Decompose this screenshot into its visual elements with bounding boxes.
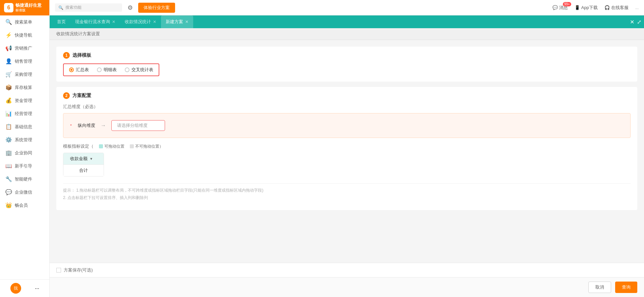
metrics-table: 收款金额 ▾ 合计 (63, 153, 104, 177)
sidebar-item-system[interactable]: ⚙️ 系统管理 (0, 133, 49, 146)
support-item[interactable]: 🎧 在线客服 (604, 5, 629, 11)
draggable-text: 可拖动位置 (104, 144, 124, 149)
sidebar-item-label: 新手引导 (15, 163, 32, 169)
sidebar-bottom: 我 ⋯ (0, 279, 49, 297)
sidebar-item-hardware[interactable]: 🔧 智能硬件 (0, 172, 49, 186)
logo-icon: 6 (4, 3, 13, 12)
close-icon[interactable]: ✕ (185, 19, 189, 24)
radio-circle-detail (97, 67, 102, 72)
radio-detail[interactable]: 明细表 (97, 67, 117, 73)
metrics-header-row: 收款金额 ▾ (63, 153, 104, 165)
tab-home[interactable]: 首页 (52, 15, 70, 28)
sidebar-item-label: 采购管理 (15, 71, 32, 78)
hint-area: 提示： 1.拖动标题栏可以调整布局，不可跨维度或指标区域拖动栏目字段(只能在同一… (63, 183, 631, 205)
sidebar-item-label: 销售管理 (15, 58, 32, 64)
dimension-area: * 纵向维度 → 请选择分组维度 (63, 113, 631, 138)
content-area: 收款情况统计方案设置 1 选择模板 汇总表 明细表 (50, 28, 644, 297)
metrics-col-label: 收款金额 (70, 156, 88, 162)
sidebar: 6 畅捷通好生意 标准版 🔍 搜索菜单 ⚡ 快捷导航 📢 营销推广 👤 销售管理… (0, 0, 50, 297)
page-footer: 方案保存(可选) (50, 263, 644, 277)
download-item[interactable]: 📱 App下载 (575, 5, 598, 11)
edition-badge: 标准版 (15, 8, 42, 13)
sidebar-item-marketing[interactable]: 📢 营销推广 (0, 42, 49, 55)
step2-number: 2 (63, 92, 70, 99)
drag-indicator (99, 144, 103, 148)
sidebar-item-label: 库存核算 (15, 85, 32, 91)
system-icon: ⚙️ (5, 137, 12, 143)
step2-title: 方案配置 (72, 93, 91, 99)
search-placeholder: 搜索功能 (65, 5, 82, 10)
save-checkbox[interactable] (56, 268, 61, 273)
sidebar-item-label: 企业协同 (15, 150, 32, 156)
sidebar-item-management[interactable]: 📊 经营管理 (0, 107, 49, 120)
step1-section: 1 选择模板 汇总表 明细表 交叉统计表 (56, 47, 637, 82)
sidebar-item-purchase[interactable]: 🛒 采购管理 (0, 68, 49, 81)
member-icon: 👑 (5, 202, 12, 208)
tab-new-plan[interactable]: 新建方案 ✕ (161, 15, 193, 28)
close-window-icon[interactable]: ✕ (630, 19, 634, 25)
required-mark: * (70, 123, 72, 128)
sidebar-item-label: 系统管理 (15, 137, 32, 143)
step1-number: 1 (63, 52, 70, 59)
step2-label: 2 方案配置 (63, 92, 631, 99)
tab-receipts[interactable]: 收款情况统计 ✕ (120, 15, 161, 28)
sidebar-item-base[interactable]: 📋 基础信息 (0, 120, 49, 133)
sidebar-item-label: 基础信息 (15, 124, 32, 130)
hint-line-2: 2. 点击标题栏下拉可设置排序、插入列和删除列 (63, 194, 631, 202)
page-body: 1 选择模板 汇总表 明细表 交叉统计表 (50, 40, 644, 263)
dim-vertical-label: 纵向维度 (78, 122, 95, 129)
sidebar-item-member[interactable]: 👑 畅会员 (0, 199, 49, 212)
chevron-down-icon[interactable]: ▾ (90, 156, 92, 161)
sidebar-item-search[interactable]: 🔍 搜索菜单 (0, 15, 49, 29)
sidebar-item-label: 畅会员 (15, 202, 28, 208)
cancel-button[interactable]: 取消 (588, 282, 611, 293)
step1-label: 1 选择模板 (63, 52, 631, 59)
header-right: 💬 消息 99+ 📱 App下载 🎧 在线客服 ... (552, 5, 639, 11)
gear-icon[interactable]: ⚙ (127, 4, 133, 11)
inventory-icon: 📦 (5, 84, 12, 91)
sidebar-item-sales[interactable]: 👤 销售管理 (0, 55, 49, 68)
metrics-total-cell: 合计 (63, 165, 104, 176)
guide-icon: 📖 (5, 163, 12, 169)
notification-item[interactable]: 💬 消息 99+ (552, 5, 568, 11)
sidebar-item-label: 资金管理 (15, 98, 32, 104)
radio-summary[interactable]: 汇总表 (69, 67, 89, 73)
notification-count: 99+ (563, 2, 571, 6)
download-label: App下载 (581, 5, 598, 11)
radio-crosstab[interactable]: 交叉统计表 (125, 67, 153, 73)
quicknav-icon: ⚡ (5, 32, 12, 38)
page-title: 收款情况统计方案设置 (56, 31, 100, 36)
support-label: 在线客服 (611, 5, 629, 11)
trial-button[interactable]: 体验行业方案 (138, 3, 175, 13)
search-menu-icon: 🔍 (5, 19, 12, 25)
main-area: 🔍 搜索功能 ⚙ 体验行业方案 💬 消息 99+ 📱 App下载 🎧 在线客服 … (50, 0, 644, 297)
search-icon: 🔍 (58, 5, 63, 10)
search-bar[interactable]: 🔍 搜索功能 (55, 3, 122, 12)
dimension-row: * 纵向维度 → 请选择分组维度 (70, 120, 624, 131)
user-avatar[interactable]: 我 (10, 283, 21, 294)
tab-label: 现金银行流水查询 (75, 19, 110, 25)
sidebar-item-finance[interactable]: 💰 资金管理 (0, 94, 49, 107)
maximize-icon[interactable]: ⤢ (637, 19, 641, 25)
top-header: 🔍 搜索功能 ⚙ 体验行业方案 💬 消息 99+ 📱 App下载 🎧 在线客服 … (50, 0, 644, 15)
sidebar-item-guide[interactable]: 📖 新手引导 (0, 159, 49, 172)
radio-label-summary: 汇总表 (76, 67, 89, 73)
hint-line-1: 提示： 1.拖动标题栏可以调整布局，不可跨维度或指标区域拖动栏目字段(只能在同一… (63, 187, 631, 194)
close-icon[interactable]: ✕ (153, 19, 156, 24)
sidebar-item-wechat[interactable]: 💬 企业微信 (0, 186, 49, 199)
hardware-icon: 🔧 (5, 176, 12, 182)
radio-label-crosstab: 交叉统计表 (131, 67, 153, 73)
radio-circle-crosstab (125, 67, 129, 72)
tab-cashflow[interactable]: 现金银行流水查询 ✕ (70, 15, 120, 28)
query-button[interactable]: 查询 (615, 282, 637, 293)
sidebar-item-label: 搜索菜单 (15, 19, 32, 25)
sidebar-item-quicknav[interactable]: ⚡ 快捷导航 (0, 29, 49, 42)
radio-circle-summary (69, 67, 74, 72)
draggable-badge: 可拖动位置 (99, 144, 124, 149)
sidebar-item-inventory[interactable]: 📦 库存核算 (0, 81, 49, 94)
sidebar-item-enterprise[interactable]: 🏢 企业协同 (0, 146, 49, 159)
metrics-label: 模板指标设定（ 可拖动位置 不可拖动位置） (63, 143, 631, 149)
close-icon[interactable]: ✕ (112, 19, 115, 24)
app-logo: 6 畅捷通好生意 标准版 (0, 0, 49, 15)
dim-select[interactable]: 请选择分组维度 (111, 120, 165, 131)
